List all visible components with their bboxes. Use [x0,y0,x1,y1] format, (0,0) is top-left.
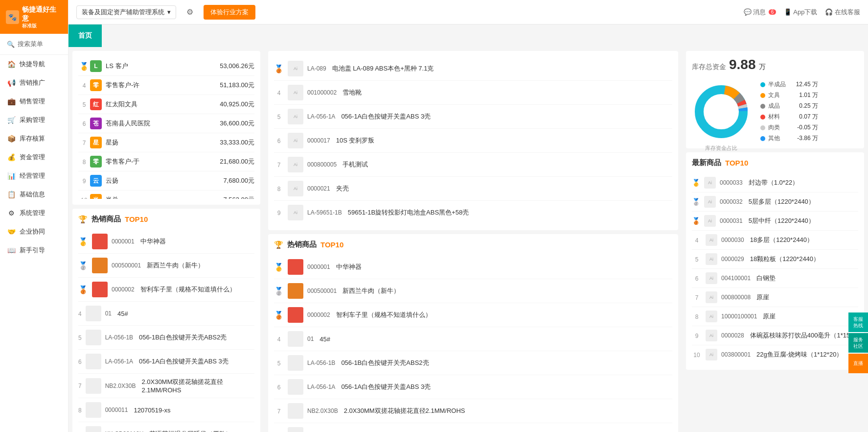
sidebar-item-finance[interactable]: 💰 资金管理 [0,148,68,167]
message-button[interactable]: 💬 消息 6 [744,8,777,17]
customer-row[interactable]: 8 零 零售客户-于 21,680.00元 [78,152,254,171]
product-rank: 5 [78,334,82,341]
sidebar-item-purchase[interactable]: 🛒 采购管理 [0,111,68,129]
sidebar-item-label: 经营管理 [20,171,45,180]
customer-row[interactable]: 5 红 红太阳文具 40,925.00元 [78,95,254,114]
sidebar-item-basic-info[interactable]: 📋 基础信息 [0,185,68,204]
mid-product-row[interactable]: 8 Ai 0000021 夹壳 [274,177,672,201]
product-img-placeholder: Ai [288,157,303,172]
hot-product-row[interactable]: 🥉 0000002 智利车子里（规格不知道填什么） [78,278,254,302]
basicinfo-icon: 📋 [7,190,16,199]
hot-product-row[interactable]: 5 LA-056-1B 056-1B白色按键开关壳ABS2壳 [78,326,254,350]
hot-product-full-row[interactable]: 7 NB2.0X30B 2.0X30MM双搓花轴搓花直径2.1MM/ROHS [274,399,672,423]
new-product-row[interactable]: 8 Ai 10000100001 原崖 [692,307,858,326]
new-product-row[interactable]: 5 Ai 0000029 18颗粒板（1220*2440） [692,250,858,269]
system-name: 装备及固定资产辅助管理系统 [82,8,164,17]
inventory-header: 库存总资金 9.88 万 [692,57,858,72]
customer-row[interactable]: 🥇 L LS 客户 53,006.26元 [78,57,254,76]
product-img-placeholder: Ai [288,205,303,220]
customer-row[interactable]: 4 零 零售客户-许 51,183.00元 [78,76,254,95]
product-code: 000800005 [307,161,337,168]
mid-product-row[interactable]: 5 Ai LA-056-1A 056-1A白色按键开关盖ABS 3壳 [274,105,672,129]
hot-product-row[interactable]: 7 NB2.0X30B 2.0X30MM双搓花轴搓花直径2.1MM/ROHS [78,374,254,398]
hot-product-row[interactable]: 8 0000011 12070519-xs [78,398,254,422]
mid-product-row[interactable]: 🥉 Ai LA-089 电池盖 LA-089 ABS本色+黑种 7.1克 [274,57,672,81]
mid-product-row[interactable]: 7 Ai 000800005 手机测试 [274,153,672,177]
experience-button[interactable]: 体验行业方案 [204,5,255,20]
new-product-row[interactable]: 9 Ai 0000028 体碗荔枝味苏打饮品400毫升（1*15） [692,326,858,345]
hot-products-full-card: 🏆 热销商品 TOP10 🥇 0000001 中华神器 🥈 000500001 … [268,234,678,432]
customer-name: 苍南县人民医院 [106,119,220,128]
app-download-button[interactable]: 📱 App下载 [784,8,817,17]
mid-product-row[interactable]: 4 Ai 001000002 雪地靴 [274,81,672,105]
hot-product-row[interactable]: 4 01 45# [78,302,254,326]
float-cs-live[interactable]: 直播 [848,354,868,373]
customer-row[interactable]: 9 云 云扬 7,680.00元 [78,171,254,191]
hot-product-row[interactable]: 6 LA-056-1A 056-1A白色按键开关盖ABS 3壳 [78,350,254,374]
new-product-row[interactable]: 4 Ai 0000030 18多层（1220*2440） [692,231,858,250]
sidebar-item-system[interactable]: ⚙ 系统管理 [0,204,68,222]
settings-button[interactable]: ⚙ [182,4,198,20]
sidebar-item-guide[interactable]: 📖 新手引导 [0,241,68,260]
customer-name: 星扬 [106,138,220,147]
product-rank: 🥉 [78,285,88,294]
product-thumbnail [86,378,101,394]
customer-name: 红太阳文具 [106,100,220,109]
new-product-row[interactable]: 🥉 Ai 0000031 5层中纤（1220*2440） [692,212,858,231]
hot-product-full-row[interactable]: 🥉 0000002 智利车子里（规格不知道填什么） [274,303,672,327]
customer-row[interactable]: 7 星 星扬 33,333.00元 [78,133,254,152]
product-code: 000500001 [112,262,141,269]
hot-products-list: 🥇 0000001 中华神器 🥈 000500001 新西兰牛肉（新牛） 🥉 0… [78,230,254,432]
new-product-row[interactable]: 6 Ai 004100001 白钢垫 [692,269,858,288]
hot-product-row[interactable]: 🥇 0000001 中华神器 [78,230,254,254]
hot-products-card: 🏆 热销商品 TOP10 🥇 0000001 中华神器 🥈 000500001 … [72,209,260,432]
customer-name: 零售客户-许 [106,81,220,90]
online-service-button[interactable]: 🎧 在线客服 [825,8,860,17]
sidebar-item-marketing[interactable]: 📢 营销推广 [0,73,68,92]
sidebar-item-quicknav[interactable]: 🏠 快捷导航 [0,55,68,73]
sidebar-logo: 🐾 畅捷通好生意 标准版 [0,0,68,34]
sidebar-item-enterprise[interactable]: 🤝 企业协同 [0,222,68,241]
sidebar-item-inventory[interactable]: 📦 库存核算 [0,129,68,148]
new-products-list: 🥇 Ai 0000033 封边带（1.0*22） 🥈 Ai 0000032 5层… [692,173,858,364]
product-rank: 🥇 [78,237,88,246]
product-code: 01 [307,336,314,342]
hot-product-full-row[interactable]: 🥇 0000001 中华神器 [274,255,672,279]
inventory-value: 9.88 [729,57,756,72]
system-select[interactable]: 装备及固定资产辅助管理系统 ▾ [76,5,176,19]
hot-product-full-row[interactable]: 🥈 000500001 新西兰牛肉（新牛） [274,279,672,303]
message-icon: 💬 [744,8,752,16]
product-name: 中华神器 [140,237,254,246]
mid-product-row[interactable]: 6 Ai 0000017 10S 变刹罗叛 [274,129,672,153]
mid-product-row[interactable]: 9 Ai LA-59651-1B 59651-1B旋转投影灯电池盒ABS黑色+5… [274,201,672,224]
new-product-row[interactable]: 🥇 Ai 0000033 封边带（1.0*22） [692,173,858,192]
product-rank: 🥈 [78,261,88,270]
float-cs-hotline[interactable]: 客服热线 [848,312,868,332]
sidebar-item-label: 采购管理 [20,116,45,124]
hot-product-row[interactable]: 9 KK-SD22110H 花语萌恒温分腿睡袋（厚款） [78,422,254,432]
new-product-row[interactable]: 10 Ai 003800001 22g鱼豆腐-烧烤味（1*12*20） [692,345,858,364]
product-name: 056-1B白色按键开关壳ABS2壳 [341,359,672,367]
product-code: 0000001 [112,238,135,245]
product-rank: 5 [274,113,284,120]
legend-value: -0.05 万 [789,123,818,132]
customer-row[interactable]: 10 肖 肖总 7,563.00元 [78,191,254,199]
search-menu-button[interactable]: 🔍 搜索菜单 [5,38,63,50]
hot-product-full-row[interactable]: 5 LA-056-1B 056-1B白色按键开关壳ABS2壳 [274,351,672,375]
logo-sub-text: 标准版 [22,23,62,29]
hot-product-full-row[interactable]: 6 LA-056-1A 056-1A白色按键开关盖ABS 3壳 [274,375,672,399]
new-product-row[interactable]: 7 Ai 000800008 原崖 [692,288,858,307]
tab-home[interactable]: 首页 [69,24,102,47]
hot-product-full-row[interactable]: 8 0000011 12070519-xs [274,423,672,432]
customer-amount: 7,680.00元 [223,176,254,185]
hot-product-full-row[interactable]: 4 01 45# [274,327,672,351]
sidebar-item-sales[interactable]: 💼 销售管理 [0,92,68,111]
hot-product-row[interactable]: 🥈 000500001 新西兰牛肉（新牛） [78,254,254,278]
sidebar-item-operations[interactable]: 📊 经营管理 [0,167,68,185]
customer-row[interactable]: 6 苍 苍南县人民医院 36,600.00元 [78,114,254,133]
float-cs-community[interactable]: 服务社区 [848,333,868,353]
new-product-row[interactable]: 🥈 Ai 0000032 5层多层（1220*2440） [692,192,858,212]
finance-icon: 💰 [7,153,16,162]
rank-badge: 7 [78,139,90,146]
np-img: Ai [706,253,717,265]
